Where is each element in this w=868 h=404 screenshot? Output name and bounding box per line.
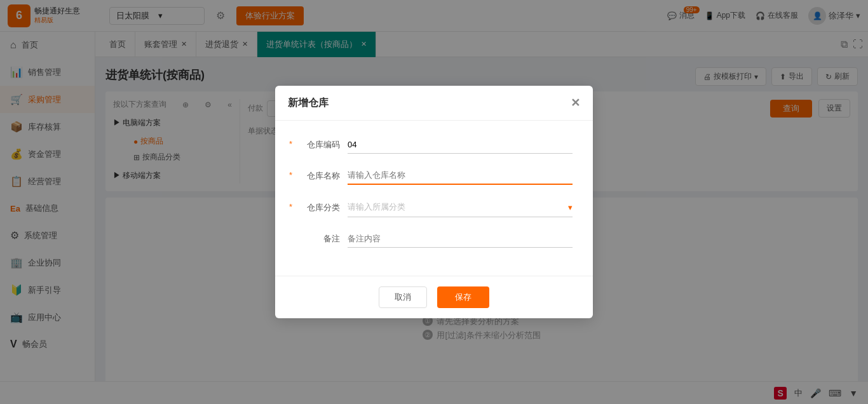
category-placeholder: 请输入所属分类 [348, 201, 405, 213]
modal-add-warehouse: 新增仓库 ✕ 仓库编码 仓库名称 仓库分类 请输入所属分类 ▾ [275, 86, 593, 318]
form-row-code: 仓库编码 [295, 136, 573, 154]
modal-overlay[interactable]: 新增仓库 ✕ 仓库编码 仓库名称 仓库分类 请输入所属分类 ▾ [0, 0, 868, 404]
remark-label: 备注 [295, 233, 340, 245]
remark-input[interactable] [348, 230, 573, 248]
modal-footer: 取消 保存 [275, 276, 593, 318]
modal-header: 新增仓库 ✕ [275, 86, 593, 121]
form-row-name: 仓库名称 [295, 166, 573, 185]
category-select[interactable]: 请输入所属分类 ▾ [348, 198, 573, 217]
modal-title: 新增仓库 [288, 97, 329, 110]
code-input[interactable] [348, 136, 573, 154]
cancel-button[interactable]: 取消 [379, 286, 427, 308]
name-label: 仓库名称 [295, 170, 340, 182]
category-dropdown-icon: ▾ [568, 203, 573, 212]
code-label: 仓库编码 [295, 139, 340, 151]
save-button[interactable]: 保存 [437, 286, 489, 308]
form-row-category: 仓库分类 请输入所属分类 ▾ [295, 198, 573, 217]
modal-body: 仓库编码 仓库名称 仓库分类 请输入所属分类 ▾ 备注 [275, 121, 593, 276]
name-input[interactable] [348, 166, 573, 185]
modal-close-button[interactable]: ✕ [571, 96, 580, 110]
category-label: 仓库分类 [295, 202, 340, 213]
form-row-remark: 备注 [295, 230, 573, 248]
